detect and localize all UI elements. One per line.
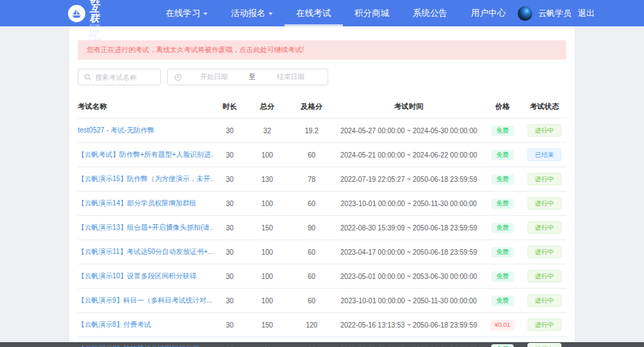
clock-icon <box>174 74 182 81</box>
nav-item-0[interactable]: 在线学习 <box>154 0 219 26</box>
navbar: 云帆互联 YUN FAN HU LIAN 在线学习 活动报名 在线考试 积分商城… <box>0 0 644 26</box>
exam-name-link[interactable]: 【云帆演示14】部分学员权限增加群组 <box>78 198 213 208</box>
total-score-cell: 32 <box>246 119 288 143</box>
exam-time-cell: 2023-04-17 00:00:00 ~ 2050-06-18 23:59:5… <box>335 240 482 264</box>
chevron-down-icon <box>269 12 273 15</box>
total-score-cell: 100 <box>246 264 288 289</box>
exam-time-cell: 2022-07-19 22:05:27 ~ 2050-06-18 23:59:5… <box>335 167 482 192</box>
status-badge: 进行中 <box>527 343 561 347</box>
exam-time-cell: 2023-10-01 00:00:00 ~ 2050-11-30 00:00:0… <box>335 192 482 216</box>
table-row: 【云帆考试】防作弊+所有题型+人脸识别进... 30 100 60 2024-0… <box>78 143 566 167</box>
pass-score-cell: 60 <box>288 289 335 313</box>
exam-table: 考试名称 时长 总分 及格分 考试时间 价格 考试状态 test0527 - 考… <box>78 95 566 347</box>
table-row: test0527 - 考试-无防作弊 30 32 19.2 2024-05-27… <box>78 119 566 143</box>
exam-time-cell: 2023-10-01 00:00:00 ~ 2050-11-30 00:00:0… <box>335 289 482 313</box>
table-header-row: 考试名称 时长 总分 及格分 考试时间 价格 考试状态 <box>78 95 566 119</box>
table-row: 【云帆演示9】科目一（多科目考试统计对... 30 100 60 2023-10… <box>78 289 566 313</box>
nav-item-2[interactable]: 在线考试 <box>285 0 343 26</box>
nav-item-5[interactable]: 用户中心 <box>459 0 518 26</box>
avatar[interactable] <box>518 6 532 21</box>
column-header-0: 考试名称 <box>78 95 213 119</box>
exam-name-link[interactable]: 【云帆演示7】简答题按关键字智能批阅 <box>78 344 213 347</box>
status-badge: 进行中 <box>527 270 561 282</box>
duration-cell: 30 <box>213 313 246 337</box>
exam-name-link[interactable]: 【云帆演示13】组合题+开启摄像头抓拍(请... <box>78 223 213 232</box>
exam-time-cell: 2022-08-30 15:39:09 ~ 2050-06-18 23:59:5… <box>335 216 482 240</box>
duration-cell: 30 <box>213 216 246 240</box>
exam-name-link[interactable]: 【云帆演示8】付费考试 <box>78 320 213 330</box>
duration-cell: 30 <box>213 289 246 313</box>
column-header-2: 总分 <box>246 95 288 119</box>
price-badge: 免费 <box>491 271 514 282</box>
end-date-placeholder[interactable]: 结束日期 <box>260 72 322 82</box>
total-score-cell: 100 <box>246 240 288 264</box>
total-score-cell: 150 <box>246 313 288 337</box>
total-score-cell: 100 <box>246 289 288 313</box>
table-row: 【云帆演示11】考试达50分自动发放证书+... 30 100 60 2023-… <box>78 240 566 264</box>
filter-bar: 开始日期 至 结束日期 <box>78 69 566 85</box>
status-badge: 进行中 <box>527 294 561 307</box>
user-name[interactable]: 云帆学员 <box>539 8 572 19</box>
exam-name-link[interactable]: 【云帆演示10】设置多段区间积分获得 <box>78 271 213 281</box>
logo-subtitle: YUN FAN HU LIAN <box>90 24 101 42</box>
duration-cell: 30 <box>213 264 246 289</box>
exam-name-link[interactable]: 【云帆演示11】考试达50分自动发放证书+... <box>78 247 213 257</box>
status-badge: 进行中 <box>527 319 561 331</box>
search-box[interactable] <box>78 69 161 85</box>
status-badge: 进行中 <box>527 246 561 258</box>
table-row: 【云帆演示14】部分学员权限增加群组 30 100 60 2023-10-01 … <box>78 192 566 216</box>
price-badge: 免费 <box>491 198 514 209</box>
logo[interactable]: 云帆互联 YUN FAN HU LIAN <box>68 0 101 42</box>
exam-time-cell: 2023-05-01 00:00:00 ~ 2053-06-30 00:00:0… <box>335 264 482 289</box>
duration-cell: 30 <box>213 337 246 347</box>
price-badge: 免费 <box>491 150 514 160</box>
date-range-separator: 至 <box>246 72 259 82</box>
price-badge: 免费 <box>491 344 514 347</box>
date-range-picker[interactable]: 开始日期 至 结束日期 <box>167 69 328 85</box>
duration-cell: 30 <box>213 192 246 216</box>
chevron-down-icon <box>203 12 207 15</box>
price-badge: 免费 <box>491 223 514 233</box>
price-badge: 免费 <box>491 126 514 136</box>
nav-item-4[interactable]: 系统公告 <box>401 0 459 26</box>
column-header-3: 及格分 <box>288 95 335 119</box>
status-badge: 进行中 <box>527 124 561 137</box>
price-badge: 免费 <box>491 174 514 185</box>
nav-item-3[interactable]: 积分商城 <box>343 0 401 26</box>
exam-time-cell: 2023-12-01 00:00:00 ~ 2050-01-31 00:00:0… <box>335 337 482 347</box>
status-badge: 已结束 <box>527 149 561 161</box>
search-icon <box>84 74 92 81</box>
exam-name-link[interactable]: 【云帆演示15】防作弊（为方便演示，未开... <box>78 174 213 184</box>
exam-name-link[interactable]: 【云帆考试】防作弊+所有题型+人脸识别进... <box>78 150 213 160</box>
status-badge: 进行中 <box>527 197 561 210</box>
pass-score-cell: 78 <box>288 167 335 192</box>
exam-in-progress-alert[interactable]: 您有正在进行的考试，离线太久考试将被作废哦，点击此处可继续考试! <box>78 40 566 60</box>
duration-cell: 30 <box>213 143 246 167</box>
exam-name-link[interactable]: test0527 - 考试-无防作弊 <box>78 126 213 135</box>
total-score-cell: 130 <box>246 167 288 192</box>
total-score-cell: 60 <box>246 337 288 347</box>
table-row: 【云帆演示15】防作弊（为方便演示，未开... 30 130 78 2022-0… <box>78 167 566 192</box>
search-input[interactable] <box>95 74 155 81</box>
pass-score-cell: 60 <box>288 240 335 264</box>
main-panel: 您有正在进行的考试，离线太久考试将被作废哦，点击此处可继续考试! 开始日期 至 … <box>69 26 575 342</box>
exam-name-link[interactable]: 【云帆演示9】科目一（多科目考试统计对... <box>78 296 213 305</box>
nav-menu: 在线学习 活动报名 在线考试 积分商城 系统公告 用户中心 <box>154 0 518 26</box>
pass-score-cell: 60 <box>288 192 335 216</box>
sailboat-logo-icon <box>68 5 85 22</box>
table-row: 【云帆演示7】简答题按关键字智能批阅 30 60 36 2023-12-01 0… <box>78 337 566 347</box>
pass-score-cell: 120 <box>288 313 335 337</box>
price-badge: 免费 <box>491 296 514 306</box>
logout-link[interactable]: 退出 <box>578 8 595 19</box>
column-header-1: 时长 <box>213 95 246 119</box>
table-row: 【云帆演示10】设置多段区间积分获得 30 100 60 2023-05-01 … <box>78 264 566 289</box>
pass-score-cell: 90 <box>288 216 335 240</box>
user-area: 云帆学员 退出 <box>518 6 595 21</box>
start-date-placeholder[interactable]: 开始日期 <box>183 72 245 82</box>
table-row: 【云帆演示8】付费考试 30 150 120 2022-05-16 13:13:… <box>78 313 566 337</box>
column-header-6: 考试状态 <box>523 95 566 119</box>
nav-item-1[interactable]: 活动报名 <box>219 0 285 26</box>
duration-cell: 30 <box>213 240 246 264</box>
column-header-4: 考试时间 <box>335 95 482 119</box>
total-score-cell: 100 <box>246 192 288 216</box>
